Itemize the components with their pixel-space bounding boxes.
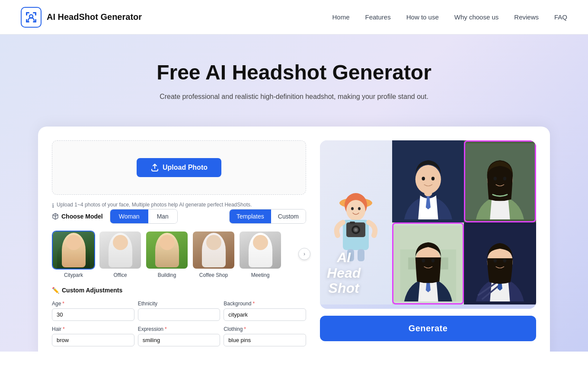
svg-point-39 [422,259,425,262]
right-panel: AIHeadShot [320,140,536,346]
template-toggle: Templates Custom [229,209,306,224]
carousel-thumb-office [99,231,142,270]
adj-expression-field: Expression * [138,326,220,346]
expression-input[interactable] [138,334,220,346]
age-label: Age * [52,301,134,307]
carousel-label-coffee: Coffee Shop [199,272,228,278]
clothing-input[interactable] [224,334,306,346]
hero-title: Free AI Headshot Generator [21,60,567,84]
ai-text: AIHeadShot [327,250,361,296]
carousel-label-meeting: Meeting [251,272,270,278]
svg-rect-7 [35,19,36,22]
nav-brand: AI HeadShot Generator [21,7,142,28]
clothing-label: Clothing * [224,326,306,332]
upload-area: Upload Photo [52,140,306,195]
carousel-wrap: Citypark Office [52,231,306,278]
preview-person-2 [392,140,464,222]
hair-label: Hair * [52,326,134,332]
preview-cell-3 [464,140,536,222]
ethnicity-label: Ethnicity [138,301,220,307]
nav-logo [21,7,42,28]
carousel: Citypark Office [52,231,306,278]
template-custom-btn[interactable]: Custom [271,209,306,223]
carousel-item-building[interactable]: Building [145,231,189,278]
template-templates-btn[interactable]: Templates [230,209,271,223]
carousel-label-office: Office [113,272,127,278]
preview-person-4 [392,222,464,304]
upload-hint: ℹ Upload 1~4 photos of your face, Multip… [52,202,306,209]
hair-input[interactable] [52,334,134,346]
svg-point-26 [422,177,425,180]
age-input[interactable] [52,308,134,321]
svg-point-19 [355,228,357,231]
svg-rect-5 [35,12,36,16]
background-input[interactable] [224,308,306,321]
svg-point-14 [358,207,361,210]
ethnicity-input[interactable] [138,308,220,321]
model-man-btn[interactable]: Man [148,209,177,223]
carousel-thumb-meeting [239,231,282,270]
carousel-item-meeting[interactable]: Meeting [239,231,282,278]
adj-grid: Age * Ethnicity [52,301,306,346]
main-card: Upload Photo ℹ Upload 1~4 photos of your… [38,127,550,352]
adj-background-field: Background * [224,301,306,321]
carousel-item-coffee[interactable]: Coffee Shop [192,231,235,278]
adj-clothing-field: Clothing * [224,326,306,346]
model-toggle: Woman Man [110,209,178,224]
svg-point-13 [351,207,354,210]
left-panel: Upload Photo ℹ Upload 1~4 photos of your… [52,140,306,346]
svg-point-40 [431,259,434,262]
nav-links: Home Features How to use Why choose us R… [332,13,567,21]
upload-button[interactable]: Upload Photo [137,158,221,177]
svg-rect-36 [440,257,448,270]
custom-adj-title: ✏️ Custom Adjustments [52,287,306,294]
preview-cell-5 [464,222,536,304]
svg-point-32 [503,177,506,180]
svg-rect-20 [350,222,355,224]
clothing-required: * [244,326,246,332]
model-woman-btn[interactable]: Woman [110,209,148,223]
preview-cell-2 [392,140,464,222]
expression-label: Expression * [138,326,220,332]
pencil-icon: ✏️ [52,287,59,294]
carousel-item-office[interactable]: Office [99,231,142,278]
adj-hair-field: Hair * [52,326,134,346]
adj-ethnicity-field: Ethnicity [138,301,220,321]
carousel-label-citypark: Citypark [64,272,83,278]
svg-rect-4 [26,12,27,16]
adj-age-field: Age * [52,301,134,321]
background-required: * [252,301,255,307]
custom-adjustments-section: ✏️ Custom Adjustments Age * [52,287,306,346]
carousel-next-arrow[interactable]: › [298,248,310,260]
preview-grid: AIHeadShot [320,140,536,309]
nav-link-how-to-use[interactable]: How to use [406,13,439,21]
nav-link-faq[interactable]: FAQ [554,13,567,21]
svg-rect-6 [26,19,27,22]
preview-cell-4 [392,222,464,304]
nav-link-why-choose[interactable]: Why choose us [454,13,499,21]
model-row: Choose Model Woman Man Templates Custom [52,209,306,224]
nav-link-features[interactable]: Features [365,13,391,21]
preview-cell-1: AIHeadShot [320,140,392,304]
expression-required: * [165,326,167,332]
carousel-item-citypark[interactable]: Citypark [52,231,95,278]
carousel-label-building: Building [158,272,176,278]
nav-title: AI HeadShot Generator [47,12,142,22]
svg-point-25 [415,165,441,194]
hair-required: * [63,326,65,332]
nav-link-reviews[interactable]: Reviews [514,13,539,21]
nav-link-home[interactable]: Home [332,13,349,21]
generate-button[interactable]: Generate [320,316,536,341]
hero-subtitle: Create professional and realistic high-d… [21,93,567,101]
cube-icon [52,213,59,220]
model-label: Choose Model [52,213,103,220]
carousel-thumb-building [145,231,189,270]
info-icon: ℹ [52,202,54,209]
upload-icon [150,163,159,172]
navbar: AI HeadShot Generator Home Features How … [0,0,588,35]
svg-rect-35 [408,257,416,270]
carousel-thumb-citypark [52,231,95,270]
carousel-thumb-coffee [192,231,235,270]
svg-point-46 [494,259,497,262]
svg-point-27 [431,177,434,180]
